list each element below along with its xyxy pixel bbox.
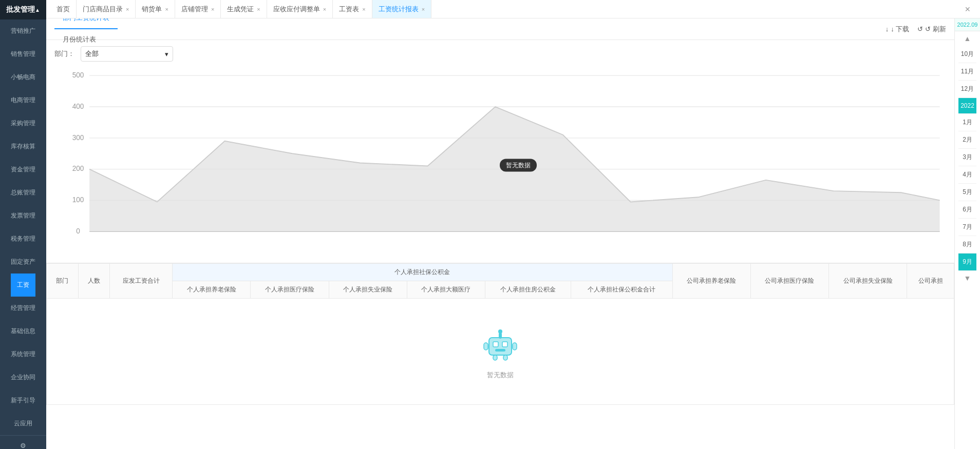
sidebar-header[interactable]: 批发管理 ▲	[0, 0, 46, 19]
tab-payroll[interactable]: 工资表×	[333, 0, 372, 18]
tab-label-payroll: 工资表	[339, 5, 359, 14]
sub-tab-bar: 部门工资统计表月份统计表 ↓ ↓ 下载 ↺ ↺ 刷新	[46, 18, 954, 40]
svg-rect-13	[489, 338, 512, 355]
tab-menu[interactable]: 门店商品目录×	[77, 0, 136, 18]
tab-produce[interactable]: 生成凭证×	[221, 0, 267, 18]
svg-text:0: 0	[76, 227, 80, 235]
col-count: 人数	[78, 264, 110, 299]
col-serious: 个人承担大额医疗	[407, 281, 485, 299]
sidebar-item-jygl[interactable]: 经营管理	[11, 297, 35, 320]
sidebar-arrow-icon: ▲	[35, 7, 40, 13]
settings-icon: ⚙	[20, 442, 26, 449]
sub-tab-month[interactable]: 月份统计表	[54, 29, 118, 51]
month-item-5[interactable]: 5月	[958, 184, 976, 201]
month-item-9[interactable]: 9月	[958, 253, 976, 271]
filter-dept-label: 部门：	[54, 49, 74, 58]
tab-close-menu[interactable]: ×	[126, 6, 129, 12]
sidebar-item-xsyd[interactable]: 新手引导	[11, 389, 35, 412]
sidebar-item-cjgl[interactable]: 采购管理	[11, 112, 35, 135]
data-table: 部门 人数 应发工资合计 个人承担社保公积金 公司承担养老保险 公司承担医疗保险…	[46, 263, 954, 405]
svg-point-18	[498, 329, 502, 334]
tab-label-ar: 应收应付调整单	[273, 5, 320, 14]
svg-rect-19	[484, 343, 488, 350]
close-all-tabs-button[interactable]: ✕	[959, 5, 976, 13]
col-total: 应发工资合计	[110, 264, 173, 299]
month-item-12[interactable]: 12月	[958, 81, 976, 98]
sidebar-item-yyyg[interactable]: 云应用	[11, 412, 35, 435]
svg-rect-14	[493, 342, 498, 347]
tab-home[interactable]: 首页	[50, 0, 77, 18]
sidebar-title: 批发管理	[6, 5, 35, 14]
tab-close-report[interactable]: ×	[422, 6, 425, 12]
chart-area: 500 400 300 200 100 0 暂无数据	[46, 68, 954, 263]
col-medical: 个人承担医疗保险	[251, 281, 329, 299]
month-nav-up[interactable]: ▲	[955, 31, 980, 46]
month-item-7[interactable]: 7月	[958, 219, 976, 236]
month-panel-year[interactable]: 2022.09	[955, 18, 980, 31]
tab-report[interactable]: 工资统计报表×	[372, 0, 431, 18]
month-item-6[interactable]: 6月	[958, 201, 976, 219]
main-area: 首页门店商品目录×销货单×店铺管理×生成凭证×应收应付调整单×工资表×工资统计报…	[46, 0, 980, 449]
sidebar-item-gz[interactable]: 工资	[11, 274, 35, 297]
sidebar: 批发管理 ▲ 营销推广销售管理小畅电商电商管理采购管理库存核算资金管理总账管理发…	[0, 0, 46, 449]
month-item-3[interactable]: 3月	[958, 149, 976, 166]
tab-close-sales[interactable]: ×	[165, 6, 168, 12]
tab-close-ar[interactable]: ×	[323, 6, 326, 12]
tab-close-produce[interactable]: ×	[257, 6, 260, 12]
col-comp-med: 公司承担医疗保险	[750, 264, 828, 299]
sidebar-item-swgl[interactable]: 税务管理	[11, 227, 35, 250]
svg-text:300: 300	[72, 133, 84, 141]
sidebar-item-jcxx[interactable]: 基础信息	[11, 320, 35, 343]
download-button[interactable]: ↓ ↓ 下载	[885, 25, 910, 34]
tab-ar[interactable]: 应收应付调整单×	[267, 0, 333, 18]
svg-rect-16	[495, 349, 505, 352]
col-unemp: 个人承担失业保险	[329, 281, 407, 299]
tab-sales[interactable]: 销货单×	[136, 0, 175, 18]
month-item-11[interactable]: 11月	[958, 63, 976, 81]
month-item-10[interactable]: 10月	[958, 46, 976, 63]
tab-store[interactable]: 店铺管理×	[175, 0, 221, 18]
settings-button[interactable]: ⚙	[0, 435, 46, 449]
month-item-8[interactable]: 8月	[958, 236, 976, 253]
month-panel: 2022.09 ▲ 10月11月12月20221月2月3月4月5月6月7月8月9…	[954, 18, 980, 449]
tab-label-home: 首页	[56, 5, 70, 14]
sub-tab-actions: ↓ ↓ 下载 ↺ ↺ 刷新	[885, 25, 946, 34]
page-content: 部门工资统计表月份统计表 ↓ ↓ 下载 ↺ ↺ 刷新 部门： 全部	[46, 18, 954, 449]
sidebar-item-xsgl[interactable]: 销售管理	[11, 43, 35, 66]
table-section[interactable]: 部门 人数 应发工资合计 个人承担社保公积金 公司承担养老保险 公司承担医疗保险…	[46, 263, 954, 449]
svg-rect-20	[513, 343, 517, 350]
refresh-button[interactable]: ↺ ↺ 刷新	[917, 25, 946, 34]
sidebar-item-kchs[interactable]: 库存核算	[11, 135, 35, 158]
sidebar-item-qyxt[interactable]: 企业协同	[11, 366, 35, 389]
sidebar-item-yxtp[interactable]: 营销推广	[11, 19, 35, 43]
tab-close-store[interactable]: ×	[211, 6, 214, 12]
sidebar-item-xtgl[interactable]: 系统管理	[11, 343, 35, 366]
sidebar-item-zjgl[interactable]: 资金管理	[11, 158, 35, 181]
tab-label-produce: 生成凭证	[227, 5, 254, 14]
empty-state: 暂无数据	[53, 303, 948, 400]
tab-close-payroll[interactable]: ×	[362, 6, 365, 12]
month-item-2022[interactable]: 2022	[958, 98, 976, 114]
month-item-1[interactable]: 1月	[958, 114, 976, 131]
sidebar-item-zzgl[interactable]: 总账管理	[11, 181, 35, 204]
month-item-4[interactable]: 4月	[958, 166, 976, 184]
month-item-2[interactable]: 2月	[958, 131, 976, 149]
month-nav-down[interactable]: ▼	[955, 271, 980, 285]
empty-icon	[480, 323, 521, 364]
empty-text: 暂无数据	[487, 370, 514, 380]
tab-label-store: 店铺管理	[181, 5, 208, 14]
tab-label-report: 工资统计报表	[379, 5, 419, 14]
col-comp-more: 公司承担	[907, 264, 954, 299]
sidebar-item-dsgl[interactable]: 电商管理	[11, 89, 35, 112]
sidebar-item-fpgl[interactable]: 发票管理	[11, 204, 35, 227]
filter-row: 部门： 全部 ▾	[46, 40, 954, 68]
sidebar-item-gdzc[interactable]: 固定资产	[11, 250, 35, 274]
tab-bar: 首页门店商品目录×销货单×店铺管理×生成凭证×应收应付调整单×工资表×工资统计报…	[46, 0, 980, 18]
col-group-personal: 个人承担社保公积金	[173, 264, 672, 281]
tab-label-sales: 销货单	[142, 5, 162, 14]
chart-tooltip: 暂无数据	[500, 159, 537, 172]
sub-tab-dept[interactable]: 部门工资统计表	[54, 18, 118, 29]
col-comp-pension: 公司承担养老保险	[672, 264, 750, 299]
refresh-label: ↺ 刷新	[925, 25, 946, 34]
sidebar-item-xbds[interactable]: 小畅电商	[11, 66, 35, 89]
